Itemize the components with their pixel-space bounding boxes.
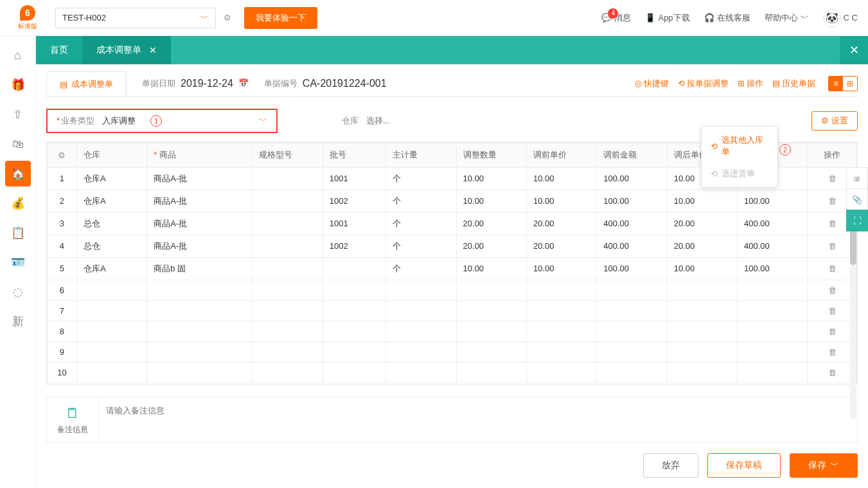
cell-unit[interactable] bbox=[386, 280, 456, 300]
cell-spec[interactable] bbox=[252, 321, 323, 341]
cell-warehouse[interactable]: 总仓 bbox=[76, 235, 146, 257]
trial-button[interactable]: 我要体验一下 bbox=[244, 7, 317, 29]
cell-amt-before[interactable] bbox=[597, 300, 667, 321]
by-doc-adjust-link[interactable]: ⟲按单据调整 bbox=[678, 78, 729, 89]
cell-amt-before[interactable]: 400.00 bbox=[597, 235, 667, 257]
date-value[interactable]: 2019-12-24 bbox=[181, 78, 233, 89]
cell-spec[interactable] bbox=[252, 257, 323, 280]
cell-warehouse[interactable] bbox=[76, 321, 146, 341]
cell-price-after[interactable] bbox=[667, 300, 737, 321]
cell-spec[interactable] bbox=[252, 300, 323, 321]
table-row[interactable]: 11🗑 bbox=[48, 383, 857, 385]
cell-amt-after[interactable]: 100.00 bbox=[738, 257, 808, 280]
cell-unit[interactable] bbox=[386, 362, 456, 383]
cell-amt-before[interactable] bbox=[597, 383, 667, 385]
cell-price-after[interactable] bbox=[667, 383, 737, 385]
shortcut-link[interactable]: ◎快捷键 bbox=[635, 78, 669, 89]
view-grid-button[interactable]: ⊞ bbox=[843, 77, 857, 91]
table-row[interactable]: 3总仓商品A-批1001个20.0020.00400.0020.00400.00… bbox=[48, 212, 857, 235]
cell-batch[interactable] bbox=[323, 257, 385, 280]
tool-fullscreen-icon[interactable]: ⛶ bbox=[846, 210, 868, 231]
cell-qty[interactable]: 20.00 bbox=[456, 235, 526, 257]
table-settings-header[interactable]: ⚙ bbox=[48, 143, 77, 167]
cell-qty[interactable] bbox=[456, 300, 526, 321]
sidebar-money-icon[interactable]: 💰 bbox=[5, 190, 31, 216]
view-list-button[interactable]: ≡ bbox=[829, 77, 843, 91]
user-menu[interactable]: 🐼 C C bbox=[823, 9, 858, 27]
sidebar-new-icon[interactable]: 新 bbox=[5, 309, 31, 334]
cell-spec[interactable] bbox=[252, 341, 323, 362]
cell-batch[interactable] bbox=[323, 300, 385, 321]
cell-batch[interactable] bbox=[323, 280, 385, 300]
cell-amt-before[interactable]: 100.00 bbox=[597, 190, 667, 212]
table-row[interactable]: 7🗑 bbox=[48, 300, 857, 321]
cell-warehouse[interactable]: 仓库A bbox=[76, 190, 146, 212]
discard-button[interactable]: 放弃 bbox=[643, 453, 698, 478]
dropdown-purchase[interactable]: ⟲ 选进货单 bbox=[702, 163, 777, 185]
cell-unit[interactable]: 个 bbox=[386, 235, 456, 257]
cell-product[interactable] bbox=[147, 280, 252, 300]
cell-spec[interactable] bbox=[252, 167, 323, 190]
cell-amt-before[interactable] bbox=[597, 280, 667, 300]
cell-warehouse[interactable]: 总仓 bbox=[76, 212, 146, 235]
tab-home[interactable]: 首页 bbox=[36, 36, 82, 64]
cell-unit[interactable]: 个 bbox=[386, 167, 456, 190]
cell-amt-before[interactable] bbox=[597, 321, 667, 341]
tool-attachment-icon[interactable]: 📎 bbox=[846, 188, 868, 210]
cell-price-before[interactable] bbox=[526, 383, 596, 385]
cell-batch[interactable]: 1001 bbox=[323, 167, 385, 190]
cell-spec[interactable] bbox=[252, 190, 323, 212]
table-row[interactable]: 4总仓商品A-批1002个20.0020.00400.0020.00400.00… bbox=[48, 235, 857, 257]
app-download-link[interactable]: 📱 App下载 bbox=[645, 12, 689, 24]
cell-amt-before[interactable] bbox=[597, 341, 667, 362]
cell-price-before[interactable] bbox=[526, 300, 596, 321]
cell-amt-after[interactable]: 400.00 bbox=[738, 212, 808, 235]
cell-price-after[interactable]: 20.00 bbox=[667, 212, 737, 235]
cell-amt-before[interactable]: 400.00 bbox=[597, 212, 667, 235]
cell-amt-after[interactable] bbox=[738, 362, 808, 383]
cell-unit[interactable] bbox=[386, 321, 456, 341]
cell-price-after[interactable] bbox=[667, 321, 737, 341]
cell-qty[interactable] bbox=[456, 362, 526, 383]
cell-batch[interactable]: 1001 bbox=[323, 212, 385, 235]
cell-warehouse[interactable] bbox=[76, 300, 146, 321]
customer-service-link[interactable]: 🎧 在线客服 bbox=[704, 12, 750, 24]
business-type-select[interactable]: *业务类型 入库调整 1 ﹀ bbox=[46, 109, 278, 133]
cell-price-after[interactable] bbox=[667, 280, 737, 300]
calendar-icon[interactable]: 📅 bbox=[238, 78, 249, 88]
org-selector[interactable]: TEST-H002 ﹀ bbox=[55, 8, 216, 28]
cell-warehouse[interactable] bbox=[76, 362, 146, 383]
cell-spec[interactable] bbox=[252, 212, 323, 235]
cell-batch[interactable] bbox=[323, 341, 385, 362]
cell-price-before[interactable]: 10.00 bbox=[526, 167, 596, 190]
operations-link[interactable]: ⊞操作 bbox=[738, 78, 763, 89]
cell-price-after[interactable] bbox=[667, 362, 737, 383]
cell-amt-after[interactable] bbox=[738, 321, 808, 341]
cell-price-before[interactable] bbox=[526, 321, 596, 341]
cell-amt-before[interactable] bbox=[597, 362, 667, 383]
cell-product[interactable]: 商品A-批 bbox=[147, 235, 252, 257]
cell-qty[interactable]: 10.00 bbox=[456, 257, 526, 280]
tool-note-icon[interactable]: 🗉 bbox=[846, 167, 868, 189]
cell-qty[interactable] bbox=[456, 341, 526, 362]
cell-product[interactable] bbox=[147, 321, 252, 341]
cell-price-before[interactable]: 10.00 bbox=[526, 257, 596, 280]
cell-qty[interactable] bbox=[456, 321, 526, 341]
cell-amt-after[interactable] bbox=[738, 280, 808, 300]
warehouse-input[interactable] bbox=[366, 116, 495, 125]
cell-batch[interactable] bbox=[323, 321, 385, 341]
sidebar-warehouse-icon[interactable]: 🏠 bbox=[5, 161, 31, 186]
cell-batch[interactable] bbox=[323, 362, 385, 383]
cell-amt-after[interactable] bbox=[738, 300, 808, 321]
save-draft-button[interactable]: 保存草稿 bbox=[707, 453, 781, 478]
sidebar-house-up-icon[interactable]: ⇧ bbox=[5, 102, 31, 127]
cell-amt-after[interactable] bbox=[738, 383, 808, 385]
help-center-link[interactable]: 帮助中心 ﹀ bbox=[765, 12, 809, 24]
cell-price-after[interactable] bbox=[667, 341, 737, 362]
cell-warehouse[interactable]: 仓库A bbox=[76, 257, 146, 280]
cell-warehouse[interactable] bbox=[76, 280, 146, 300]
cell-product[interactable] bbox=[147, 300, 252, 321]
cell-qty[interactable]: 20.00 bbox=[456, 212, 526, 235]
cell-warehouse[interactable] bbox=[76, 383, 146, 385]
sidebar-list-icon[interactable]: 📋 bbox=[5, 220, 31, 246]
